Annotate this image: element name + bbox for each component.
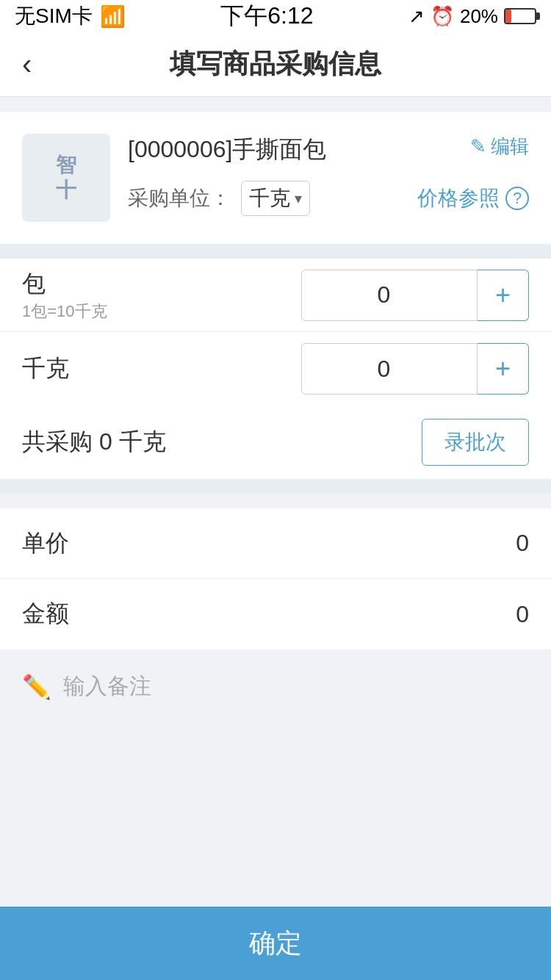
unit-label: 采购单位： (128, 184, 231, 212)
bag-input-row: 包 1包=10千克 + (0, 259, 551, 332)
kg-quantity-input[interactable] (301, 343, 478, 394)
amount-label: 金额 (22, 598, 69, 630)
nav-bar: ‹ 填写商品采购信息 (0, 32, 551, 97)
input-section: 包 1包=10千克 + 千克 + (0, 259, 551, 406)
edit-button[interactable]: ✎ 编辑 (470, 134, 529, 159)
wifi-icon: 📶 (100, 4, 126, 29)
unit-dropdown[interactable]: 千克 ▾ (241, 181, 310, 216)
bag-plus-button[interactable]: + (478, 270, 529, 321)
notes-section[interactable]: ✏️ 输入备注 (0, 649, 551, 724)
status-bar: 无SIM卡 📶 下午6:12 ↗ ⏰ 20% (0, 0, 551, 32)
info-icon: ? (505, 187, 529, 210)
product-card: 智 十 [0000006]手撕面包 ✎ 编辑 采购单位： 千克 ▾ 价格参照 ? (0, 112, 551, 244)
bag-input-right: + (140, 270, 529, 321)
kg-plus-button[interactable]: + (478, 343, 529, 394)
status-time: 下午6:12 (220, 0, 313, 32)
alarm-icon: ⏰ (431, 5, 454, 28)
section-divider-1 (0, 244, 551, 259)
section-divider-2 (0, 479, 551, 494)
unit-price-row: 单价 0 (0, 508, 551, 579)
confirm-button-label: 确定 (249, 926, 302, 962)
location-icon: ↗ (408, 5, 425, 28)
back-button[interactable]: ‹ (22, 48, 32, 81)
battery-icon (504, 8, 536, 24)
kg-label: 千克 (22, 353, 140, 385)
battery-percent: 20% (460, 5, 498, 28)
pencil-icon: ✏️ (22, 673, 51, 701)
bag-sub-label: 1包=10千克 (22, 300, 140, 323)
summary-row: 共采购 0 千克 录批次 (0, 406, 551, 479)
batch-button[interactable]: 录批次 (422, 419, 529, 466)
product-info: [0000006]手撕面包 ✎ 编辑 采购单位： 千克 ▾ 价格参照 ? (128, 134, 529, 216)
product-name: [0000006]手撕面包 (128, 134, 326, 166)
notes-placeholder: 输入备注 (63, 671, 151, 702)
summary-text: 共采购 0 千克 (22, 426, 166, 458)
product-logo: 智 十 (56, 153, 76, 202)
price-section: 单价 0 金额 0 (0, 508, 551, 649)
amount-row: 金额 0 (0, 579, 551, 649)
status-left: 无SIM卡 📶 (15, 2, 126, 30)
price-ref-button[interactable]: 价格参照 ? (417, 184, 529, 212)
amount-value: 0 (516, 601, 529, 628)
product-thumbnail: 智 十 (22, 134, 110, 222)
status-right: ↗ ⏰ 20% (408, 5, 536, 28)
battery-fill (505, 10, 511, 23)
kg-input-row: 千克 + (0, 332, 551, 406)
kg-input-right: + (140, 343, 529, 394)
confirm-button-area[interactable]: 确定 (0, 907, 551, 980)
product-unit-row: 采购单位： 千克 ▾ 价格参照 ? (128, 181, 529, 216)
bag-quantity-input[interactable] (301, 270, 478, 321)
unit-price-label: 单价 (22, 527, 69, 560)
product-header: [0000006]手撕面包 ✎ 编辑 (128, 134, 529, 166)
page-title: 填写商品采购信息 (170, 46, 381, 82)
bag-label: 包 1包=10千克 (22, 268, 140, 323)
carrier-text: 无SIM卡 (15, 2, 93, 30)
unit-price-value: 0 (516, 530, 529, 557)
